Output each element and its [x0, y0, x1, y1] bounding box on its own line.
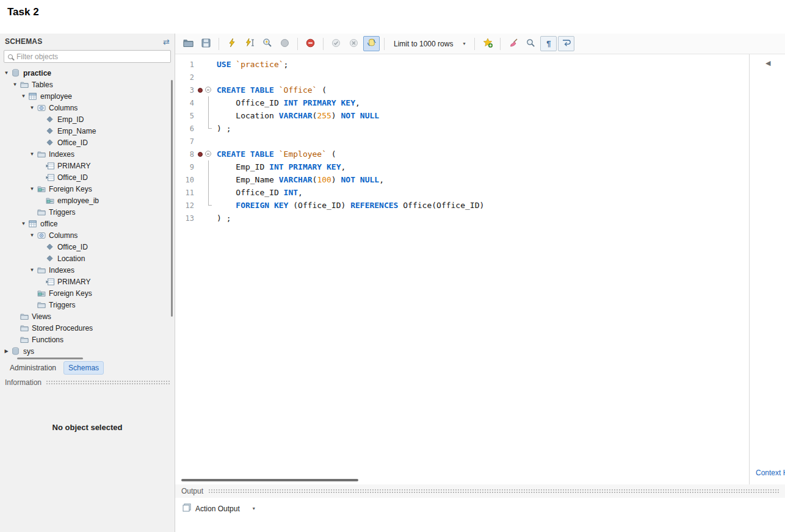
chevron-right-icon[interactable]: ▶: [2, 348, 10, 354]
fold-toggle-icon[interactable]: [205, 87, 211, 93]
execute-icon: [228, 38, 236, 49]
tree-item-office[interactable]: ▼office: [0, 218, 175, 229]
tree-item-triggers[interactable]: Triggers: [0, 299, 175, 311]
code-line-1: 1USE `practice`;: [178, 58, 749, 71]
chevron-down-icon[interactable]: ▼: [20, 221, 27, 226]
execute-current-icon: [245, 38, 255, 49]
explain-button[interactable]: [259, 36, 275, 51]
clear-button[interactable]: [505, 36, 521, 51]
chevron-down-icon[interactable]: ▼: [28, 105, 36, 110]
statement-dot-icon: [198, 152, 203, 157]
save-snippet-icon: [483, 38, 493, 49]
fk-icon: [45, 196, 55, 205]
chevron-down-icon[interactable]: ▼: [28, 151, 36, 157]
tree-item-emp-id[interactable]: Emp_ID: [0, 113, 175, 125]
tree-vertical-scrollbar[interactable]: [171, 80, 173, 317]
tree-item-triggers[interactable]: Triggers: [0, 206, 175, 218]
execute-current-button[interactable]: [241, 36, 258, 51]
line-number: 6: [178, 124, 196, 133]
code-token: Emp_ID: [217, 162, 269, 171]
tree-item-employee-ib[interactable]: employee_ib: [0, 195, 175, 206]
tree-item-views[interactable]: Views: [0, 311, 175, 322]
page-title: Task 2: [7, 6, 39, 18]
tree-item-foreign-keys[interactable]: Foreign Keys: [0, 287, 175, 299]
fold-toggle-icon[interactable]: [205, 151, 211, 157]
column-icon: [45, 138, 55, 147]
tree-item-functions[interactable]: Functions: [0, 334, 175, 345]
chevron-down-icon[interactable]: ▼: [28, 232, 36, 238]
stop-button[interactable]: [277, 36, 293, 51]
chevron-down-icon[interactable]: ▼: [20, 93, 27, 99]
toolbar-separator: [474, 38, 475, 50]
code-token: (: [327, 149, 336, 159]
tree-item-employee[interactable]: ▼employee: [0, 90, 175, 102]
chevron-down-icon[interactable]: ▼: [28, 186, 36, 192]
wrap-button[interactable]: [558, 36, 574, 51]
dotted-divider: [46, 380, 170, 386]
tab-administration[interactable]: Administration: [5, 361, 61, 375]
code-token: 100: [317, 175, 331, 184]
filter-objects-input[interactable]: [16, 52, 167, 61]
tree-item-office-id[interactable]: Office_ID: [0, 137, 175, 148]
chevron-down-icon[interactable]: ▼: [28, 267, 36, 273]
tree-item-stored-procedures[interactable]: Stored Procedures: [0, 322, 175, 334]
tree-item-office-id[interactable]: Office_ID: [0, 171, 175, 183]
chevron-down-icon[interactable]: ▼: [2, 70, 10, 76]
fold-gutter: [204, 71, 214, 84]
execute-button[interactable]: [223, 36, 240, 51]
code-token: Office_ID: [217, 188, 284, 197]
tree-item-emp-name[interactable]: Emp_Name: [0, 125, 175, 137]
open-script-button[interactable]: [180, 36, 197, 51]
db-icon: [10, 347, 21, 356]
rollback-button[interactable]: [345, 36, 362, 51]
chevron-down-icon: ▾: [253, 506, 255, 511]
save-script-button[interactable]: [198, 36, 214, 51]
tree-item-label: Functions: [32, 336, 63, 344]
stop-on-error-button[interactable]: [302, 36, 319, 51]
tree-item-practice[interactable]: ▼practice: [0, 67, 175, 79]
collapse-panel-icon[interactable]: ◀: [765, 59, 770, 67]
tree-item-location[interactable]: Location: [0, 253, 175, 264]
code-text: ) ;: [214, 124, 231, 133]
dotted-divider: [208, 489, 779, 494]
commit-button[interactable]: [328, 36, 344, 51]
limit-rows-dropdown[interactable]: Limit to 1000 rows▾: [389, 38, 470, 50]
invisibles-button[interactable]: ¶: [540, 36, 557, 51]
code-text: Emp_ID INT PRIMARY KEY,: [214, 162, 345, 171]
tree-item-primary[interactable]: PRIMARY: [0, 276, 175, 287]
tab-schemas[interactable]: Schemas: [63, 361, 104, 375]
find-button[interactable]: [523, 36, 539, 51]
tree-item-indexes[interactable]: ▼Indexes: [0, 148, 175, 160]
fold-gutter: [204, 148, 214, 160]
tree-item-columns[interactable]: ▼Columns: [0, 102, 175, 113]
information-section-header: Information: [0, 376, 175, 389]
open-script-icon: [183, 38, 194, 49]
tree-item-primary[interactable]: PRIMARY: [0, 160, 175, 171]
code-text: ) ;: [214, 214, 231, 223]
autocommit-button[interactable]: [363, 36, 380, 51]
output-type-dropdown[interactable]: Action Output ▾: [183, 503, 785, 514]
refresh-schemas-icon[interactable]: ⇄: [163, 37, 170, 46]
sql-editor[interactable]: 1USE `practice`;23CREATE TABLE `Office` …: [175, 54, 749, 475]
line-number: 13: [178, 214, 196, 223]
code-token: ) ;: [217, 214, 231, 223]
editor-horizontal-scrollbar[interactable]: [181, 479, 358, 481]
tree-item-tables[interactable]: ▼Tables: [0, 79, 175, 90]
tree-item-indexes[interactable]: ▼Indexes: [0, 264, 175, 276]
code-line-10: 10 Emp_Name VARCHAR(100) NOT NULL,: [178, 173, 749, 186]
chevron-down-icon[interactable]: ▼: [11, 82, 19, 87]
tree-horizontal-scrollbar[interactable]: [17, 358, 83, 359]
tree-item-sys[interactable]: ▶sys: [0, 345, 175, 357]
code-text: Office_ID INT PRIMARY KEY,: [214, 98, 360, 107]
schemas-header-label: SCHEMAS: [5, 37, 42, 46]
code-line-12: 12 FOREIGN KEY (Office_ID) REFERENCES Of…: [178, 199, 749, 212]
filter-box: [4, 50, 171, 63]
code-token: 255: [317, 111, 331, 120]
tree-item-columns[interactable]: ▼Columns: [0, 229, 175, 241]
sidebar-header: SCHEMAS ⇄: [0, 34, 175, 49]
context-help-tab[interactable]: Context Help: [756, 469, 785, 477]
folder-icon: [19, 81, 29, 89]
tree-item-foreign-keys[interactable]: ▼Foreign Keys: [0, 183, 175, 195]
tree-item-office-id[interactable]: Office_ID: [0, 241, 175, 253]
save-snippet-button[interactable]: [479, 36, 496, 51]
